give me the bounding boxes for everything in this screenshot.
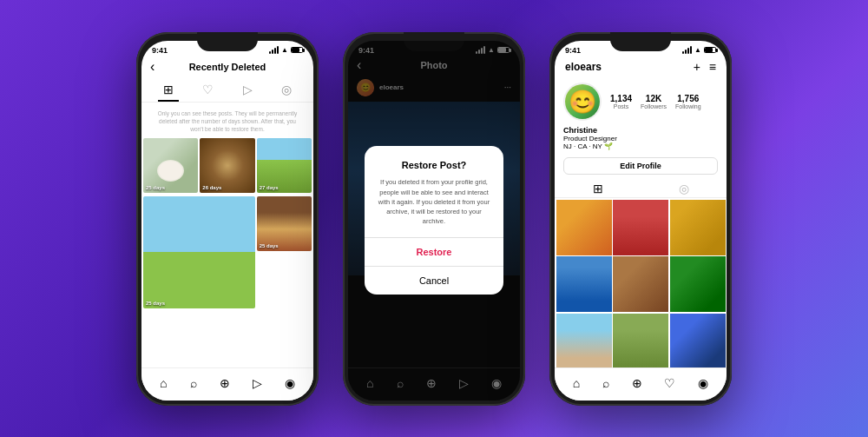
modal-title: Restore Post? bbox=[375, 160, 493, 170]
phone-photo-restore: 9:41 ▲ ‹ Photo 😊 eloears ··· bbox=[343, 32, 525, 406]
photo-thumb-5[interactable]: 25 days bbox=[257, 196, 312, 251]
profile-photo-5[interactable] bbox=[613, 256, 668, 312]
thumb-label-4: 25 days bbox=[146, 301, 165, 306]
photo-thumb-2[interactable]: 26 days bbox=[200, 138, 254, 193]
thumb-label-3: 27 days bbox=[260, 185, 279, 190]
tab-tag[interactable]: ◎ bbox=[276, 79, 297, 102]
profile-bio: Christine Product Designer NJ · CA · NY … bbox=[555, 126, 727, 154]
wifi-icon: ▲ bbox=[281, 46, 288, 54]
nav-shop-icon[interactable]: ♡ bbox=[664, 376, 675, 390]
deleted-notice: Only you can see these posts. They will … bbox=[141, 106, 313, 136]
phone-recently-deleted: 9:41 ▲ ‹ Recently Deleted ⊞ ♡ ▷ ◎ bbox=[136, 32, 319, 406]
bottom-nav: ⌂ ⌕ ⊕ ♡ ◉ bbox=[555, 367, 727, 401]
restore-modal: Restore Post? If you deleted it from you… bbox=[365, 146, 503, 294]
back-button[interactable]: ‹ bbox=[150, 59, 155, 75]
stat-posts: 1,134 Posts bbox=[610, 94, 632, 109]
nav-home-icon[interactable]: ⌂ bbox=[160, 376, 167, 390]
modal-overlay: Restore Post? If you deleted it from you… bbox=[348, 41, 520, 401]
bio-title: Product Designer bbox=[563, 135, 718, 142]
nav-search-icon[interactable]: ⌕ bbox=[602, 376, 609, 390]
profile-header: eloears + ≡ bbox=[555, 58, 727, 77]
bottom-nav: ⌂ ⌕ ⊕ ▷ ◉ bbox=[141, 367, 313, 401]
phone-profile: 9:41 ▲ eloears + ≡ bbox=[549, 32, 732, 406]
profile-avatar bbox=[563, 83, 602, 121]
tab-like[interactable]: ♡ bbox=[197, 79, 219, 102]
profile-photo-2[interactable] bbox=[613, 200, 668, 255]
media-tabs: ⊞ ♡ ▷ ◎ bbox=[141, 76, 313, 103]
profile-username: eloears bbox=[565, 61, 602, 73]
modal-body: If you deleted it from your profile grid… bbox=[375, 177, 493, 226]
profile-section: 1,134 Posts 12K Followers 1,756 Followin… bbox=[555, 77, 727, 126]
profile-photo-7[interactable] bbox=[556, 314, 612, 369]
restore-button[interactable]: Restore bbox=[375, 238, 493, 266]
add-content-icon[interactable]: + bbox=[694, 60, 700, 74]
photo-grid-row2: 25 days 25 days bbox=[141, 195, 313, 310]
menu-icon[interactable]: ≡ bbox=[709, 60, 716, 74]
phone-screen: 9:41 ▲ ‹ Recently Deleted ⊞ ♡ ▷ ◎ bbox=[141, 41, 313, 401]
thumb-image-grass bbox=[143, 196, 255, 308]
tab-tagged-icon[interactable]: ◎ bbox=[679, 182, 689, 195]
content-tabs: ⊞ ◎ bbox=[555, 178, 727, 198]
edit-profile-button[interactable]: Edit Profile bbox=[563, 157, 718, 175]
photo-thumb-4[interactable]: 25 days bbox=[143, 196, 255, 308]
profile-photo-8[interactable] bbox=[613, 314, 668, 369]
nav-search-icon[interactable]: ⌕ bbox=[190, 376, 197, 390]
followers-count: 12K bbox=[641, 94, 667, 103]
stat-following: 1,756 Following bbox=[675, 94, 701, 109]
phone-notch bbox=[197, 32, 258, 51]
photo-thumb-3[interactable]: 27 days bbox=[257, 138, 312, 193]
phone-notch bbox=[610, 32, 671, 51]
photo-grid-row1: 25 days 26 days 27 days bbox=[141, 136, 313, 195]
thumb-label-1: 25 days bbox=[146, 185, 165, 190]
status-time: 9:41 bbox=[565, 46, 581, 55]
followers-label: Followers bbox=[641, 103, 667, 109]
phone-screen: 9:41 ▲ eloears + ≡ bbox=[555, 41, 727, 401]
tab-grid[interactable]: ⊞ bbox=[158, 79, 179, 102]
tab-grid-icon[interactable]: ⊞ bbox=[593, 182, 603, 195]
following-label: Following bbox=[675, 103, 701, 109]
signal-bars-icon bbox=[269, 46, 279, 54]
wifi-icon: ▲ bbox=[694, 46, 701, 54]
stat-followers: 12K Followers bbox=[641, 94, 667, 109]
phone-screen: 9:41 ▲ ‹ Photo 😊 eloears ··· bbox=[348, 41, 520, 401]
posts-label: Posts bbox=[610, 103, 632, 109]
profile-photo-6[interactable] bbox=[670, 256, 726, 312]
page-title: Recently Deleted bbox=[189, 62, 266, 72]
profile-photo-3[interactable] bbox=[670, 200, 726, 255]
nav-add-icon[interactable]: ⊕ bbox=[220, 376, 230, 390]
profile-photo-grid bbox=[555, 200, 727, 369]
thumb-label-2: 26 days bbox=[202, 185, 221, 190]
nav-profile-icon[interactable]: ◉ bbox=[698, 376, 708, 390]
avatar-image bbox=[565, 84, 600, 119]
profile-stats: 1,134 Posts 12K Followers 1,756 Followin… bbox=[610, 94, 718, 109]
tab-video[interactable]: ▷ bbox=[238, 79, 258, 102]
bio-location: NJ · CA · NY 🌱 bbox=[563, 142, 718, 150]
profile-photo-4[interactable] bbox=[556, 256, 612, 312]
status-icons: ▲ bbox=[682, 46, 716, 54]
phone1-header: ‹ Recently Deleted bbox=[141, 58, 313, 76]
nav-reels-icon[interactable]: ▷ bbox=[253, 376, 262, 390]
header-actions: + ≡ bbox=[694, 60, 716, 74]
posts-count: 1,134 bbox=[610, 94, 632, 103]
thumb-label-5: 25 days bbox=[260, 243, 279, 248]
photo-thumb-1[interactable]: 25 days bbox=[143, 138, 198, 193]
status-time: 9:41 bbox=[152, 46, 168, 55]
profile-photo-9[interactable] bbox=[670, 314, 726, 369]
following-count: 1,756 bbox=[675, 94, 701, 103]
bio-name: Christine bbox=[563, 126, 718, 135]
nav-add-icon[interactable]: ⊕ bbox=[632, 376, 642, 390]
cancel-button[interactable]: Cancel bbox=[375, 267, 493, 295]
status-icons: ▲ bbox=[269, 46, 303, 54]
signal-bars-icon bbox=[682, 46, 692, 54]
nav-profile-icon[interactable]: ◉ bbox=[285, 376, 295, 390]
nav-home-icon[interactable]: ⌂ bbox=[573, 376, 580, 390]
battery-icon bbox=[704, 47, 716, 53]
profile-photo-1[interactable] bbox=[556, 200, 612, 255]
battery-icon bbox=[291, 47, 303, 53]
